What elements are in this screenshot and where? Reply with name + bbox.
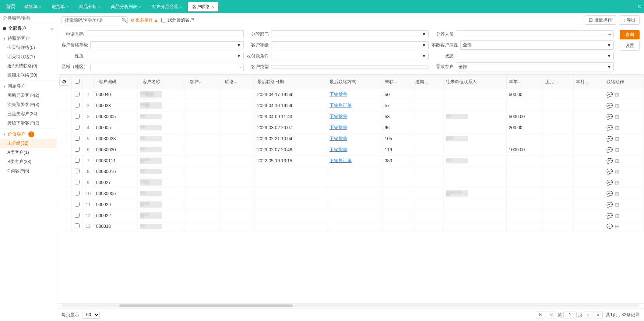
tab-sales-close[interactable]: × — [39, 4, 41, 9]
next-page-btn[interactable]: › — [584, 311, 592, 318]
price-level-select[interactable]: ▼ — [90, 41, 244, 49]
region-input[interactable]: ··· — [90, 63, 244, 71]
th-name[interactable]: : 客户名称 — [138, 75, 185, 89]
action-grid-icon[interactable]: ⊞ — [615, 180, 619, 186]
action-message-icon[interactable]: 💬 — [606, 223, 613, 229]
sidebar-item-7days-pending[interactable]: 近7天待联络(0) — [0, 61, 57, 71]
action-grid-icon[interactable]: ⊞ — [615, 114, 619, 120]
query-btn[interactable]: 查询 — [620, 30, 640, 39]
reset-btn[interactable]: 设置 — [620, 41, 640, 51]
action-message-icon[interactable]: 💬 — [606, 213, 613, 219]
cell-checkbox[interactable] — [72, 166, 83, 177]
tab-sales[interactable]: 销售单 × — [20, 2, 46, 11]
sidebar-item-type-c[interactable]: C类客户(6) — [0, 166, 57, 176]
action-message-icon[interactable]: 💬 — [606, 147, 613, 153]
action-grid-icon[interactable]: ⊞ — [615, 191, 619, 197]
action-grid-icon[interactable]: ⊞ — [615, 169, 619, 174]
cell-checkbox[interactable] — [72, 210, 83, 221]
cell-checkbox[interactable] — [72, 199, 83, 210]
sidebar-item-ungroup[interactable]: 未分组(32) — [0, 139, 57, 148]
cell-last-method[interactable]: 下销货单 — [327, 133, 382, 144]
th-this-month[interactable]: 本月... — [574, 75, 604, 89]
tab-product-list[interactable]: 商品分析列表 × — [106, 2, 145, 11]
search-box[interactable]: 🔍 — [61, 16, 128, 24]
tab-product-analysis-close[interactable]: × — [98, 4, 101, 9]
tab-purchase[interactable]: 进货单 × — [47, 2, 73, 11]
cell-last-method[interactable] — [327, 210, 382, 221]
action-message-icon[interactable]: 💬 — [606, 180, 613, 186]
nature-select[interactable]: ▼ — [86, 52, 244, 60]
my-customers-checkbox[interactable]: 我分管的客户 — [161, 17, 194, 23]
tab-customer-segment[interactable]: 客户分层经营 × — [147, 2, 186, 11]
cell-last-method[interactable] — [327, 188, 382, 199]
group-problem-customers[interactable]: ▼ 问题客户 — [0, 82, 57, 91]
group-pending-contact[interactable]: ▼ 待联络客户 — [0, 34, 57, 43]
action-grid-icon[interactable]: ⊞ — [615, 92, 619, 98]
sidebar-item-declining[interactable]: 持续下滑客户(2) — [0, 119, 57, 128]
cell-last-method[interactable] — [327, 177, 382, 188]
group-value-customers[interactable]: ▼ 价值客户 ! — [0, 130, 57, 139]
action-message-icon[interactable]: 💬 — [606, 114, 613, 120]
sidebar-item-type-a[interactable]: A类客户(1) — [0, 148, 57, 157]
row-checkbox[interactable] — [75, 103, 80, 107]
tab-customer-contact[interactable]: 客户联络 × — [188, 2, 218, 11]
th-last-date[interactable]: 最后联络日期 — [255, 75, 327, 89]
action-message-icon[interactable]: 💬 — [606, 125, 613, 131]
sidebar-item-overdue-contact[interactable]: 逾期未联络(30) — [0, 71, 57, 80]
cell-checkbox[interactable] — [72, 188, 83, 199]
row-checkbox[interactable] — [75, 92, 80, 96]
action-grid-icon[interactable]: ⊞ — [615, 125, 619, 131]
scrollbar-track[interactable] — [61, 304, 640, 307]
cell-last-method[interactable] — [327, 221, 382, 232]
sidebar-item-type-b[interactable]: B类客户(33) — [0, 157, 57, 166]
th-contact[interactable]: : 联络... — [220, 75, 255, 89]
nav-home[interactable]: 首页 — [3, 2, 18, 11]
tab-product-analysis[interactable]: 商品分析 × — [75, 2, 105, 11]
row-checkbox[interactable] — [75, 125, 80, 130]
dept-select[interactable]: ▼ — [271, 30, 429, 38]
row-checkbox[interactable] — [75, 180, 80, 184]
th-this-year[interactable]: 本年... — [506, 75, 543, 89]
last-page-btn[interactable]: » — [594, 311, 603, 318]
th-not-contacted[interactable]: 未联... — [382, 75, 413, 89]
th-overdue[interactable]: 逾期... — [413, 75, 443, 89]
sparse-customer-select[interactable]: 全部 ▼ — [456, 62, 614, 71]
cell-checkbox[interactable] — [72, 100, 83, 111]
select-all-checkbox[interactable] — [75, 79, 80, 84]
row-checkbox[interactable] — [75, 114, 80, 119]
more-filters-btn[interactable]: ⚙ 更多条件 ▲ — [131, 17, 158, 23]
cell-last-method[interactable]: 下销货单 — [327, 122, 382, 133]
action-message-icon[interactable]: 💬 — [606, 169, 613, 174]
row-checkbox[interactable] — [75, 202, 80, 207]
action-grid-icon[interactable]: ⊞ — [615, 147, 619, 153]
action-message-icon[interactable]: 💬 — [606, 136, 613, 142]
horizontal-scrollbar[interactable] — [57, 303, 644, 308]
cell-last-method[interactable]: 下销售订单 — [327, 100, 382, 111]
search-icon[interactable]: 🔍 — [122, 18, 127, 23]
th-type[interactable]: : 客户... — [185, 75, 220, 89]
phone-input[interactable] — [86, 30, 244, 38]
search-input[interactable] — [65, 18, 120, 23]
action-grid-icon[interactable]: ⊞ — [615, 223, 619, 229]
th-settings[interactable]: ⚙ — [57, 75, 72, 89]
sparse-attr-select[interactable]: 全部 ▼ — [460, 40, 614, 50]
export-btn[interactable]: ↓ 导出 — [619, 15, 640, 25]
sidebar-item-today-pending[interactable]: 今天待联络(0) — [0, 43, 57, 52]
prev-page-btn[interactable]: < — [547, 311, 556, 318]
sidebar-item-lost[interactable]: 已流失客户(24) — [0, 109, 57, 119]
th-last-month[interactable]: 上月... — [543, 75, 574, 89]
column-settings-btn[interactable]: ⚙ — [59, 78, 69, 86]
th-checkbox[interactable] — [72, 75, 83, 89]
first-page-btn[interactable]: K — [536, 311, 545, 318]
my-customers-check[interactable] — [161, 18, 166, 22]
cell-checkbox[interactable] — [72, 155, 83, 166]
scrollbar-thumb[interactable] — [119, 304, 293, 307]
tab-product-list-close[interactable]: × — [139, 4, 141, 9]
sidebar-item-loss-warning[interactable]: 流失预警客户(3) — [0, 100, 57, 109]
sidebar-search-box[interactable]: 🔍 — [0, 13, 57, 23]
th-last-method[interactable]: 最后联络方式 — [327, 75, 382, 89]
cell-last-method[interactable] — [327, 199, 382, 210]
cell-checkbox[interactable] — [72, 177, 83, 188]
action-message-icon[interactable]: 💬 — [606, 158, 613, 164]
row-checkbox[interactable] — [75, 147, 80, 152]
